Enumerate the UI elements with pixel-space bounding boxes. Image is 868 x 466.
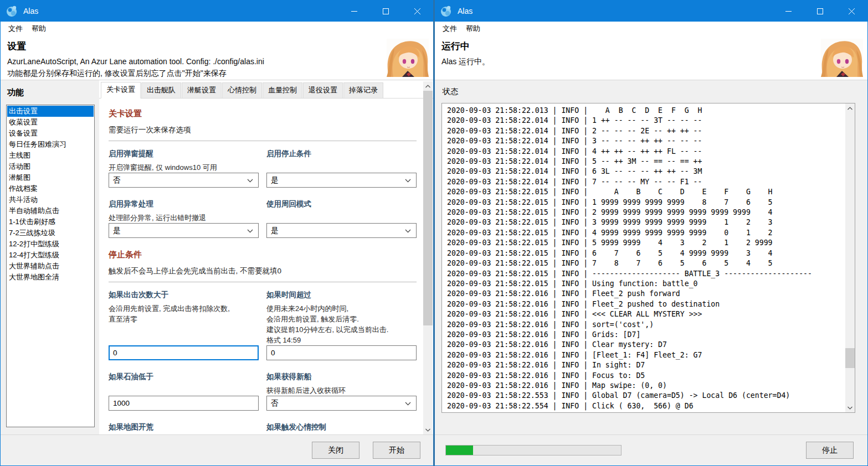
- sidebar-item[interactable]: 每日任务困难演习: [7, 139, 94, 150]
- save-hint: 功能都是分别保存和运行的, 修改设置后别忘了点击"开始"来保存: [7, 69, 427, 79]
- log-output[interactable]: 2020-09-03 21:58:22.013 | INFO | A B C D…: [441, 103, 855, 413]
- log-line: 2020-09-03 21:58:22.015 | INFO | 1 9999 …: [447, 198, 844, 208]
- dropdown[interactable]: 否: [109, 173, 259, 188]
- field-label: 如果获得新船: [266, 372, 417, 382]
- log-line: 2020-09-03 21:58:22.014 | INFO | 5 -- ++…: [447, 157, 844, 167]
- close-button[interactable]: [836, 1, 867, 22]
- tab[interactable]: 出击舰队: [141, 82, 181, 98]
- field-desc: 建议提前10分钟左右, 以完成当前出击.: [266, 324, 417, 335]
- field: 如果地图开荒: [109, 422, 259, 434]
- window-title: Alas: [23, 7, 38, 15]
- field-row: 启用异常处理处理部分异常, 运行出错时撤退是使用周回模式是: [109, 199, 417, 238]
- dropdown[interactable]: 是: [266, 173, 417, 188]
- section-subtitle: 需要运行一次来保存选项: [109, 125, 417, 135]
- text-input[interactable]: 0: [266, 345, 417, 360]
- chevron-down-icon: [247, 176, 253, 184]
- menu-item-help[interactable]: 帮助: [27, 22, 50, 35]
- dropdown[interactable]: 是: [109, 223, 259, 238]
- sidebar-item[interactable]: 收菜设置: [7, 117, 94, 128]
- sidebar-item[interactable]: 大世界地图全清: [7, 272, 94, 283]
- titlebar[interactable]: Alas: [435, 1, 867, 22]
- dropdown[interactable]: 否: [266, 396, 417, 411]
- sidebar-item[interactable]: 半自动辅助点击: [7, 205, 94, 216]
- tab[interactable]: 退役设置: [303, 82, 343, 98]
- dropdown-value: 是: [271, 226, 279, 236]
- chevron-down-icon: [247, 226, 253, 235]
- scroll-down-icon[interactable]: [423, 425, 433, 434]
- sidebar-item[interactable]: 7-2三战拣垃圾: [7, 227, 94, 239]
- log-line: 2020-09-03 21:58:22.015 | INFO | 6 7 6 5…: [447, 248, 844, 258]
- menu-item-file[interactable]: 文件: [4, 22, 27, 35]
- menu-item-file[interactable]: 文件: [438, 22, 461, 35]
- sidebar-item[interactable]: 12-2打中型练级: [7, 239, 94, 250]
- dropdown[interactable]: 是: [266, 223, 417, 238]
- runner-footer: 停止: [435, 434, 867, 465]
- settings-window: Alas 文件帮助 设置 AzurLaneAutoScript, An Azur…: [0, 0, 434, 466]
- tab[interactable]: 心情控制: [222, 82, 262, 98]
- content-scrollbar[interactable]: [423, 81, 433, 434]
- log-line: 2020-09-03 21:58:22.014 | INFO | 7 -- --…: [447, 177, 844, 187]
- log-line: 2020-09-03 21:58:22.016 | INFO | In sigh…: [447, 360, 844, 370]
- sidebar-item[interactable]: 潜艇图: [7, 172, 94, 183]
- status-area: 状态 2020-09-03 21:58:22.013 | INFO | A B …: [435, 80, 867, 434]
- scroll-up-icon[interactable]: [423, 81, 433, 91]
- minimize-button[interactable]: [773, 1, 804, 22]
- sidebar-title: 功能: [7, 87, 95, 98]
- field-label: 如果出击次数大于: [109, 290, 259, 300]
- close-button[interactable]: [402, 1, 433, 22]
- field-desc: 开启弹窗提醒, 仅 windows10 可用: [109, 162, 259, 173]
- avatar: [387, 39, 429, 77]
- stop-button[interactable]: 停止: [806, 442, 854, 459]
- progress-fill: [446, 446, 473, 455]
- sidebar-item[interactable]: 12-4打大型练级: [7, 250, 94, 261]
- scroll-up-icon[interactable]: [845, 103, 855, 113]
- scrollbar-thumb[interactable]: [845, 348, 855, 368]
- field: 使用周回模式是: [266, 199, 417, 238]
- sidebar-item[interactable]: 出击设置: [7, 106, 94, 117]
- text-input[interactable]: 1000: [109, 396, 259, 411]
- menu-item-help[interactable]: 帮助: [461, 22, 485, 35]
- tab[interactable]: 潜艇设置: [182, 82, 222, 98]
- sidebar-item[interactable]: 主线图: [7, 150, 94, 161]
- start-button[interactable]: 开始: [373, 442, 420, 459]
- log-line: 2020-09-03 21:58:22.016 | INFO | Map swi…: [447, 381, 844, 391]
- dropdown-value: 是: [271, 175, 279, 185]
- divider: [109, 282, 417, 282]
- page-title: 设置: [7, 40, 427, 53]
- field-label: 如果地图开荒: [109, 422, 259, 432]
- minimize-button[interactable]: [338, 1, 370, 22]
- text-input[interactable]: 0: [109, 345, 259, 360]
- sidebar-item[interactable]: 活动图: [7, 161, 94, 172]
- function-list[interactable]: 出击设置收菜设置设备设置每日任务困难演习主线图活动图潜艇图作战档案共斗活动半自动…: [6, 105, 95, 427]
- log-line: 2020-09-03 21:58:22.016 | INFO | sort=('…: [447, 320, 844, 330]
- status-label: 状态: [443, 87, 855, 97]
- field-row: 启用弹窗提醒开启弹窗提醒, 仅 windows10 可用否启用停止条件是: [109, 149, 417, 188]
- sidebar-item[interactable]: 作战档案: [7, 183, 94, 194]
- tab[interactable]: 血量控制: [263, 82, 302, 98]
- scrollbar-thumb[interactable]: [423, 91, 433, 325]
- sidebar-item[interactable]: 大世界辅助点击: [7, 261, 94, 272]
- divider: [109, 141, 417, 141]
- sidebar-item[interactable]: 设备设置: [7, 128, 94, 139]
- tab[interactable]: 关卡设置: [101, 82, 141, 99]
- log-line: 2020-09-03 21:58:22.015 | INFO | 4 9999 …: [447, 228, 844, 238]
- avatar: [821, 39, 863, 77]
- field: 如果石油低于1000: [109, 372, 259, 411]
- sidebar-item[interactable]: 1-1伏击刷好感: [7, 216, 94, 227]
- log-line: 2020-09-03 21:58:22.015 | INFO | 7 8 7 6…: [447, 258, 844, 268]
- log-line: 2020-09-03 21:58:22.016 | INFO | <<< CLE…: [447, 309, 844, 319]
- menubar: 文件帮助: [1, 22, 433, 35]
- log-line: 2020-09-03 21:58:22.014 | INFO | 1 ++ --…: [447, 116, 844, 126]
- sidebar-item[interactable]: 共斗活动: [7, 194, 94, 205]
- maximize-button[interactable]: [370, 1, 402, 22]
- log-line: 2020-09-03 21:58:22.015 | INFO | A B C D…: [447, 187, 844, 197]
- tab[interactable]: 掉落记录: [343, 82, 383, 98]
- chevron-down-icon: [405, 176, 411, 184]
- close-window-button[interactable]: 关闭: [312, 442, 359, 459]
- log-line: 2020-09-03 21:58:22.015 | INFO | Using f…: [447, 279, 844, 289]
- log-scrollbar[interactable]: [845, 103, 855, 412]
- window-title: Alas: [458, 7, 472, 15]
- maximize-button[interactable]: [804, 1, 836, 22]
- scroll-down-icon[interactable]: [845, 403, 855, 412]
- titlebar[interactable]: Alas: [1, 1, 433, 22]
